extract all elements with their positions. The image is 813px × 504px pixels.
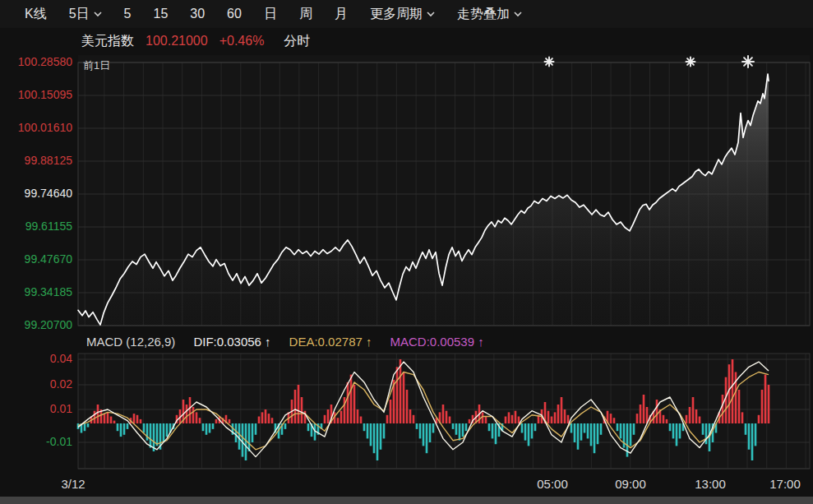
price-tick-label: 99.34185 (0, 285, 72, 299)
macd-title: MACD (12,26,9) (86, 335, 175, 349)
chart-app: K线 5日 5 15 30 60 日 周 月 更多周期 走势叠加 美元指数 10… (0, 0, 813, 504)
price-tick-label: 100.01610 (0, 121, 72, 135)
prev-day-label: 前1日 (83, 58, 110, 73)
time-tick-label: 13:00 (686, 477, 735, 491)
time-tick-label: 3/12 (49, 477, 98, 491)
chart-canvas[interactable] (0, 0, 813, 504)
zoom-scrollbar[interactable] (0, 497, 813, 504)
macd-tick-label: -0.01 (0, 435, 72, 449)
time-tick-label: 05:00 (528, 477, 577, 491)
price-tick-label: 99.20700 (0, 318, 72, 332)
price-tick-label: 100.28580 (0, 55, 72, 69)
macd-tick-label: 0.01 (0, 402, 72, 416)
macd-dea-value: DEA:0.02787 ↑ (289, 335, 372, 349)
time-tick-label: 09:00 (606, 477, 655, 491)
price-tick-label: 99.61155 (0, 220, 72, 234)
price-tick-label: 99.47670 (0, 252, 72, 266)
macd-dif-value: DIF:0.03056 ↑ (193, 335, 270, 349)
time-tick-label: 17:00 (760, 477, 810, 491)
price-tick-label: 99.74640 (0, 187, 72, 201)
price-tick-label: 99.88125 (0, 154, 72, 168)
macd-tick-label: 0.02 (0, 377, 72, 391)
event-marker[interactable] (545, 58, 554, 67)
macd-macd-value: MACD:0.00539 ↑ (390, 335, 484, 349)
macd-header: MACD (12,26,9) DIF:0.03056 ↑ DEA:0.02787… (0, 331, 813, 352)
event-marker[interactable] (742, 56, 754, 67)
macd-tick-label: 0.04 (0, 352, 72, 366)
price-tick-label: 100.15095 (0, 88, 72, 102)
event-marker[interactable] (686, 58, 695, 67)
